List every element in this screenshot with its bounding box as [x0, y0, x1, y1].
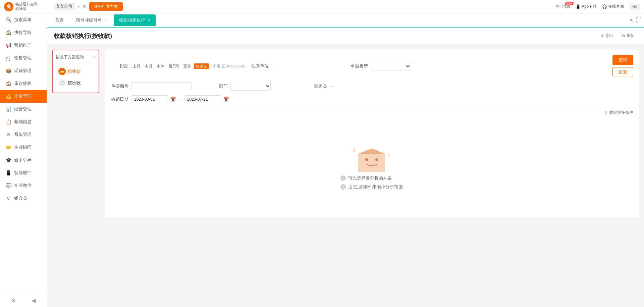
hardware-icon: 📱 [5, 170, 11, 175]
query-area: 日期 上月 本月 本年 近7天 更多 自定义 不 [105, 50, 639, 217]
writeoff-date-end-input[interactable] [184, 95, 221, 103]
date-shortcuts: 上月 本月 本年 近7天 更多 自定义 [131, 63, 209, 70]
header-middle: 某某公司 ▾ ⚙ 休验行业方案 [54, 2, 553, 11]
sidebar-item-sales[interactable]: 🛒 销售管理 [0, 52, 47, 64]
tab-prepay[interactable]: 预付冲应付单 ✕ [70, 14, 112, 26]
tab-receipt-writeoff[interactable]: 收款核销执行 ✕ [114, 14, 156, 26]
date-range-display: 不限 至 2023-07-26 [213, 64, 245, 69]
empty-tips: 1 请先选择要分析的方案 2 用[过滤]条件来缩小分析范围 [340, 174, 403, 191]
svg-rect-0 [358, 154, 385, 172]
industry-button[interactable]: 休验行业方案 [89, 2, 123, 11]
purchase-icon: 📦 [5, 68, 11, 73]
date-custom-badge[interactable]: 自定义 [194, 63, 209, 69]
sales-person-field: 业务员 ··· [309, 83, 402, 89]
online-service-link[interactable]: 🎧 在线客服 [602, 4, 624, 9]
sidebar-item-quick-nav[interactable]: 🏠 快捷导航 [0, 26, 47, 39]
query-row-1: 日期 上月 本月 本年 近7天 更多 自定义 不 [110, 55, 633, 77]
logo-icon: 兔 [4, 2, 13, 11]
export-icon: ⬆ [600, 34, 604, 38]
inventory-icon: 🏠 [5, 81, 11, 86]
date-field: 日期 上月 本月 本年 近7天 更多 自定义 不 [110, 63, 245, 70]
query-row-2: 单据编号 部门 业务员 ··· [110, 82, 633, 91]
department-field: 部门 [209, 82, 303, 91]
date-last-month[interactable]: 上月 [131, 63, 142, 70]
receivable-icon: 🕐 [58, 79, 66, 87]
page-title: 收款核销执行(按收款) [54, 32, 112, 40]
sidebar-item-enterprise[interactable]: 🤝 企业协同 [0, 141, 47, 154]
tab-expand-icon[interactable]: ⛶ [636, 17, 641, 23]
sidebar-item-system[interactable]: ⚙ 系统管理 [0, 128, 47, 141]
settings-icon[interactable]: ⚙ [82, 4, 87, 9]
sidebar-item-operation[interactable]: 📊 经营管理 [0, 103, 47, 115]
filter-panel: 按以下方案查询 » 💳 按收款 🕐 按应收 [52, 50, 99, 93]
settings-button[interactable]: 设置 [612, 67, 633, 77]
system-icon: ⚙ [5, 132, 11, 137]
date-more[interactable]: 更多 [182, 63, 193, 70]
filter-option-receipt[interactable]: 💳 按收款 [56, 66, 96, 77]
writeoff-date-end-cal[interactable]: 📅 [223, 97, 229, 102]
counterparty-label: 往来单位 [250, 63, 269, 69]
sidebar-item-basic-info[interactable]: 📋 基础信息 [0, 115, 47, 128]
app-download-link[interactable]: 📱 App下载 [576, 4, 597, 9]
date-this-month[interactable]: 本月 [143, 63, 154, 70]
date-7days[interactable]: 近7天 [167, 63, 180, 70]
user-name[interactable]: Rit [630, 4, 640, 10]
tab-home[interactable]: 首页 [50, 14, 69, 26]
sidebar-item-finance[interactable]: 💰 资金管理 [0, 90, 47, 103]
query-button[interactable]: 查询 [612, 55, 633, 65]
message-icon[interactable]: ✉ 99+ 消息 [556, 4, 570, 9]
main-content: 首页 预付冲应付单 ✕ 收款核销执行 ✕ ✕ ⛶ 收款核销执行(按收款) [47, 13, 644, 307]
sales-person-input[interactable]: ··· [330, 83, 334, 89]
refresh-button[interactable]: ↻ 刷新 [619, 32, 637, 40]
marketing-icon: 📢 [5, 43, 11, 48]
writeoff-date-start-cal[interactable]: 📅 [170, 97, 176, 102]
sidebar-item-guide[interactable]: 🎓 新手引导 [0, 154, 47, 166]
sidebar-collapse-icon[interactable]: ◀ [32, 297, 36, 304]
dropdown-icon[interactable]: ▾ [78, 5, 79, 8]
counterparty-input[interactable]: ··· [271, 63, 276, 69]
sidebar-item-search-menu[interactable]: 🔍 搜索菜单 [0, 13, 47, 26]
top-header: 兔 畅捷通好生意 标准版 某某公司 ▾ ⚙ 休验行业方案 ✉ 99+ 消息 📱 … [0, 0, 644, 13]
tab-receipt-writeoff-close[interactable]: ✕ [147, 18, 150, 22]
sidebar-item-purchase[interactable]: 📦 采购管理 [0, 64, 47, 77]
writeoff-date-start-input[interactable] [131, 95, 168, 103]
doc-number-field: 单据编号 [110, 82, 204, 90]
message-badge: 99+ [565, 2, 574, 5]
content-area: 按以下方案查询 » 💳 按收款 🕐 按应收 [47, 44, 644, 222]
doc-number-label: 单据编号 [110, 83, 128, 89]
collapse-more-button[interactable]: ⟨⟨ 收起更多条件 [110, 108, 633, 117]
department-select[interactable] [230, 82, 271, 91]
export-button[interactable]: ⬆ 导出 [598, 32, 616, 40]
sidebar-item-hardware[interactable]: 📱 智能硬件 [0, 166, 47, 179]
sidebar-item-marketing[interactable]: 📢 营销推广 [0, 39, 47, 52]
sales-person-label: 业务员 [309, 83, 327, 89]
sidebar: 🔍 搜索菜单 🏠 快捷导航 📢 营销推广 🛒 销售管理 📦 采购管理 🏠 库存核… [0, 13, 47, 307]
tab-bar: 首页 预付冲应付单 ✕ 收款核销执行 ✕ ✕ ⛶ [47, 13, 644, 28]
company-name[interactable]: 某某公司 [54, 3, 75, 10]
filter-collapse-btn[interactable]: » [93, 54, 96, 60]
doc-type-label: 单据类型 [350, 63, 368, 69]
tab-prepay-close[interactable]: ✕ [104, 18, 107, 22]
counterparty-field: 往来单位 ··· [250, 63, 344, 69]
doc-type-select[interactable] [371, 62, 411, 70]
date-this-year[interactable]: 本年 [155, 63, 166, 70]
enterprise-icon: 🤝 [5, 145, 11, 150]
sidebar-item-wechat[interactable]: 💬 企业微信 [0, 179, 47, 192]
sidebar-item-inventory[interactable]: 🏠 库存核算 [0, 77, 47, 90]
doc-type-field: 单据类型 [350, 62, 443, 70]
sidebar-item-vip[interactable]: V 畅会员 [0, 192, 47, 205]
logo: 兔 畅捷通好生意 标准版 [4, 2, 51, 11]
vip-icon: V [5, 196, 11, 201]
department-label: 部门 [209, 83, 228, 89]
refresh-icon: ↻ [622, 34, 625, 38]
svg-point-1 [365, 158, 368, 161]
filter-panel-title: 按以下方案查询 » [56, 54, 96, 62]
filter-option-receivable[interactable]: 🕐 按应收 [56, 77, 96, 89]
page-content: 收款核销执行(按收款) ⬆ 导出 ↻ 刷新 按以下方 [47, 28, 644, 307]
query-row-3: 核销日期 📅 — 📅 [110, 95, 633, 103]
doc-number-input[interactable] [131, 82, 192, 90]
tab-close-all-icon[interactable]: ✕ [629, 17, 633, 23]
header-right: ✉ 99+ 消息 📱 App下载 🎧 在线客服 Rit [556, 4, 640, 10]
sidebar-settings-icon[interactable]: ⚙ [11, 297, 16, 304]
empty-illustration [348, 137, 395, 174]
